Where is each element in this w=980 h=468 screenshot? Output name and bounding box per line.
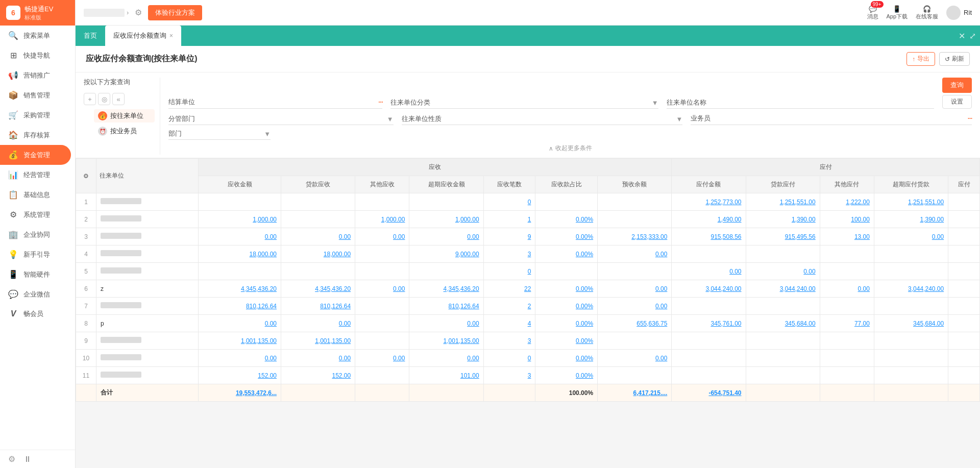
sidebar-item-inventory[interactable]: 🏠 库存核算 — [0, 125, 75, 145]
receivable-cell — [355, 298, 409, 315]
receivable-pct-header: 应收款占比 — [535, 176, 598, 193]
settings-bottom-icon[interactable]: ⚙ — [8, 454, 15, 464]
tab-close-icon[interactable]: × — [169, 32, 173, 39]
receivable-cell: 0.00 — [409, 350, 483, 367]
payable-cell — [874, 332, 948, 350]
receivable-cell — [535, 263, 598, 280]
payable-cell: 100.00 — [820, 211, 874, 228]
receivable-cell: 0.00 — [281, 315, 355, 332]
solution-button[interactable]: 体验行业方案 — [148, 5, 202, 20]
tabbar-expand-icon[interactable]: ⤢ — [969, 31, 976, 41]
payable-cell — [948, 350, 980, 367]
business-dept-chevron: ▼ — [264, 130, 271, 138]
table-row: 91,001,135.001,001,135.001,001,135.0030.… — [76, 332, 980, 350]
sidebar-item-quicknav[interactable]: ⊞ 快捷导航 — [0, 45, 75, 65]
refresh-button[interactable]: ↺ 刷新 — [939, 52, 970, 66]
sidebar-item-basic[interactable]: 📋 基础信息 — [0, 185, 75, 205]
filter-settings-button[interactable]: ◎ — [98, 93, 110, 105]
payable-cell — [948, 193, 980, 211]
filter-option-partner[interactable]: 💰 按往来单位 — [94, 109, 155, 122]
sidebar-logo: 6 畅捷通EV 标准版 — [0, 0, 75, 26]
partner-cell — [96, 193, 199, 211]
sidebar-item-sales[interactable]: 📦 销售管理 — [0, 85, 75, 105]
receivable-cell — [598, 211, 672, 228]
sales-icon: 📦 — [8, 90, 18, 100]
sidebar-item-wechat[interactable]: 💬 企业微信 — [0, 284, 75, 304]
sidebar-item-enterprise[interactable]: 🏢 企业协同 — [0, 225, 75, 244]
service-button[interactable]: 🎧 在线客服 — [916, 5, 938, 20]
sidebar-item-guide[interactable]: 💡 新手引导 — [0, 244, 75, 264]
export-button[interactable]: ↑ 导出 — [906, 52, 935, 66]
payable-cell: 915,495.56 — [746, 228, 820, 245]
footer-gear — [76, 384, 96, 402]
partner-nature-label: 往来单位性质 — [402, 114, 442, 124]
payable-cell — [948, 245, 980, 263]
data-table: ⚙ 往来单位 应收 应付 应收金额 贷款应收 其他应收 超期应收金额 应收笔数 … — [76, 158, 980, 402]
filter-option-salesperson[interactable]: ⏰ 按业务员 — [94, 125, 155, 138]
receivable-cell — [598, 263, 672, 280]
settings-button[interactable]: 设置 — [942, 95, 972, 109]
receivable-cell: 1,000.00 — [409, 211, 483, 228]
collapse-label: 收起更多条件 — [555, 144, 592, 153]
sidebar-item-member[interactable]: V 畅会员 — [0, 304, 75, 324]
receivable-cell: 0.00% — [535, 211, 598, 228]
receivable-cell: 9 — [483, 228, 535, 245]
payable-cell: 1,390.00 — [874, 211, 948, 228]
tab-receivable[interactable]: 应收应付余额查询 × — [105, 26, 181, 46]
receivable-cell — [409, 193, 483, 211]
collapse-up-icon: ∧ — [549, 145, 553, 152]
receivable-cell: 655,636.75 — [598, 315, 672, 332]
sidebar-item-marketing[interactable]: 📢 营销推广 — [0, 65, 75, 85]
receivable-cell: 0.00 — [598, 298, 672, 315]
table-gear-header[interactable]: ⚙ — [76, 159, 96, 193]
loan-payable-header: 贷款应付 — [746, 176, 820, 193]
sidebar-item-management[interactable]: 📊 经营管理 — [0, 165, 75, 185]
receivable-cell: 9,000.00 — [409, 245, 483, 263]
tab-receivable-label: 应收应付余额查询 — [113, 31, 166, 40]
receivable-cell: 0.00% — [535, 350, 598, 367]
payable-cell — [948, 263, 980, 280]
salesperson-filter-label: 按业务员 — [110, 127, 137, 136]
filter-add-button[interactable]: + — [84, 93, 96, 105]
hardware-icon: 📱 — [8, 269, 18, 279]
row-number: 11 — [76, 367, 96, 384]
tabbar-close-icon[interactable]: ✕ — [959, 31, 965, 41]
filter-collapse-button[interactable]: « — [112, 93, 125, 105]
tab-home[interactable]: 首页 — [76, 26, 105, 46]
data-table-container[interactable]: ⚙ 往来单位 应收 应付 应收金额 贷款应收 其他应收 超期应收金额 应收笔数 … — [76, 158, 980, 402]
receivable-cell: 810,126.64 — [199, 298, 281, 315]
receivable-cell — [355, 193, 409, 211]
payable-cell — [874, 367, 948, 384]
collapse-sidebar-icon[interactable]: ⏸ — [23, 455, 32, 464]
row-number: 10 — [76, 350, 96, 367]
app-download-button[interactable]: 📱 App下载 — [887, 5, 908, 20]
user-avatar-area[interactable]: Rit — [946, 6, 972, 20]
filter-gear-icon: ◎ — [102, 95, 107, 103]
settlement-more-icon[interactable]: ··· — [378, 96, 382, 107]
payable-cell — [820, 350, 874, 367]
message-button[interactable]: 💬 99+ 消息 — [867, 5, 878, 20]
sidebar-item-hardware[interactable]: 📱 智能硬件 — [0, 264, 75, 284]
receivable-cell: 0.00 — [598, 280, 672, 298]
footer-payable-total: -654,751.40 — [672, 384, 746, 402]
sidebar-item-system[interactable]: ⚙ 系统管理 — [0, 205, 75, 225]
receivable-cell: 0.00 — [409, 228, 483, 245]
receivable-cell: 22 — [483, 280, 535, 298]
marketing-icon: 📢 — [8, 70, 18, 80]
payable-cell: 915,508.56 — [672, 228, 746, 245]
payable-cell — [948, 228, 980, 245]
sidebar-item-search[interactable]: 🔍 搜索菜单 — [0, 26, 75, 45]
message-badge: 99+ — [871, 1, 884, 8]
row-number: 9 — [76, 332, 96, 350]
collapse-more-button[interactable]: ∧ 收起更多条件 — [168, 142, 972, 155]
breadcrumb-blur — [84, 9, 125, 17]
sidebar-item-finance[interactable]: 💰 资金管理 — [0, 145, 71, 165]
receivable-cell: 0.00 — [199, 350, 281, 367]
payable-cell: 0.00 — [672, 263, 746, 280]
salesperson-more-icon[interactable]: ··· — [967, 113, 972, 124]
sidebar-item-purchase[interactable]: 🛒 采购管理 — [0, 105, 75, 125]
receivable-cell — [199, 263, 281, 280]
header-gear-icon[interactable]: ⚙ — [135, 8, 142, 17]
query-button[interactable]: 查询 — [942, 78, 972, 93]
filter-label: 按以下方案查询 — [84, 78, 130, 87]
